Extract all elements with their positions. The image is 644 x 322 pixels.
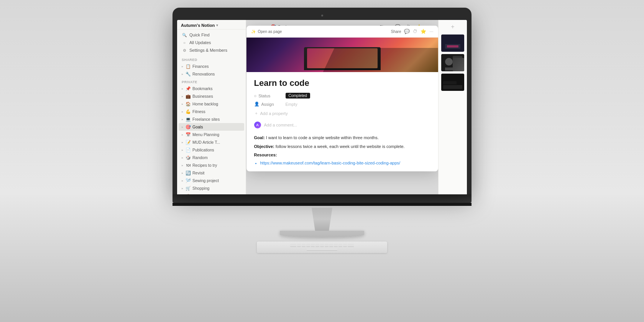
- arrow-icon: ▸: [182, 171, 183, 175]
- sidebar-item-random[interactable]: ▸ 🎲 Random: [179, 154, 244, 161]
- sidebar-item-publications[interactable]: ▸ 📄 Publications: [179, 146, 244, 154]
- key: [320, 244, 324, 247]
- status-icon: ○: [254, 94, 257, 98]
- finances-label: Finances: [192, 64, 209, 69]
- sidebar-item-sewing[interactable]: ▸ 🪡 Sewing project: [179, 177, 244, 184]
- bookmarks-label: Bookmarks: [192, 86, 213, 91]
- status-label: ○ Status: [254, 94, 281, 98]
- arrow-icon: ▸: [182, 72, 183, 76]
- menu-icon: 📅: [186, 132, 191, 137]
- assign-value[interactable]: Empty: [286, 102, 297, 107]
- all-updates-item[interactable]: ○ All Updates: [179, 39, 243, 46]
- sidebar-item-renovations[interactable]: ▸ 🔧 Renovations: [179, 70, 244, 78]
- settings-item[interactable]: ⚙ Settings & Members: [179, 46, 243, 54]
- popup-topbar-actions: Share 💬 ⏱ ⭐ ···: [391, 29, 434, 34]
- sidebar-item-revisit[interactable]: ▸ 🔄 Revisit: [179, 169, 244, 177]
- renovations-label: Renovations: [192, 72, 215, 76]
- thumbnail-1[interactable]: [441, 34, 464, 52]
- popup-more-icon[interactable]: ···: [429, 29, 433, 34]
- arrow-icon: ▸: [182, 133, 183, 136]
- settings-label: Settings & Members: [189, 48, 227, 53]
- camera-dot: [321, 15, 323, 16]
- keyboard: [257, 242, 387, 253]
- resource-link[interactable]: https://www.makeuseof.com/tag/learn-basi…: [260, 161, 401, 165]
- resources-label: Resources:: [254, 153, 277, 157]
- laptop-screen: [307, 48, 378, 68]
- sidebar-item-mud[interactable]: ▸ 📝 MUD Article T...: [179, 138, 244, 146]
- quick-find-label: Quick Find: [189, 33, 210, 37]
- svg-rect-8: [443, 85, 462, 89]
- arrow-icon: ▸: [182, 164, 183, 167]
- sidebar-actions: 🔍 Quick Find ○ All Updates ⚙ Settings & …: [177, 30, 246, 56]
- key: [311, 244, 315, 247]
- key: [302, 244, 306, 247]
- sidebar-item-work[interactable]: ▸ 💼 Work: [179, 192, 244, 194]
- arrow-icon: ▸: [182, 156, 183, 159]
- thumbnail-3[interactable]: [441, 74, 464, 91]
- status-badge[interactable]: Completed: [286, 93, 310, 99]
- arrow-icon: ▸: [182, 118, 183, 121]
- quick-find-item[interactable]: 🔍 Quick Find: [179, 31, 243, 39]
- publications-icon: 📄: [186, 147, 191, 153]
- all-updates-label: All Updates: [189, 40, 211, 45]
- imac-screen: Autumn's Notion 🔍 Quick Find ○ All Updat…: [177, 20, 467, 194]
- sidebar-item-home-backlog[interactable]: ▸ 🏠 Home backlog: [179, 100, 244, 108]
- arrow-icon: ▸: [182, 95, 183, 98]
- sewing-label: Sewing project: [192, 178, 219, 183]
- search-icon: 🔍: [182, 32, 187, 38]
- sidebar-item-recipes[interactable]: ▸ 🍽 Recipes to try: [179, 161, 244, 169]
- sidebar-item-finances[interactable]: ▸ 📋 Finances: [179, 62, 244, 70]
- resource-link-item: https://www.makeuseof.com/tag/learn-basi…: [260, 161, 430, 165]
- popup-comment-icon[interactable]: 💬: [404, 29, 410, 34]
- sidebar-item-menu-planning[interactable]: ▸ 📅 Menu Planning: [179, 131, 244, 138]
- popup-share-btn[interactable]: Share: [391, 30, 401, 34]
- shared-section-label: SHARED: [177, 56, 246, 62]
- settings-icon: ⚙: [182, 48, 187, 53]
- imac-bottom-edge: [172, 203, 472, 206]
- sidebar-item-fitness[interactable]: ▸ 💪 Fitness: [179, 108, 244, 115]
- sidebar-item-freelance[interactable]: ▸ 💻 Freelance sites: [179, 115, 244, 123]
- workspace-name[interactable]: Autumn's Notion: [181, 23, 242, 28]
- updates-icon: ○: [182, 40, 187, 45]
- arrow-icon: ▸: [182, 148, 183, 152]
- key: [338, 244, 342, 247]
- arrow-icon: ▸: [182, 125, 183, 129]
- random-label: Random: [192, 155, 208, 160]
- spacebar-key: [307, 248, 337, 251]
- popup-clock-icon[interactable]: ⏱: [413, 29, 417, 34]
- open-as-page-label[interactable]: Open as page: [258, 30, 282, 34]
- add-button[interactable]: +: [449, 23, 457, 31]
- sparkle-icon: ✨: [251, 30, 256, 34]
- assign-label: 👤 Assign: [254, 102, 281, 107]
- businesses-icon: 💼: [186, 94, 191, 99]
- mud-label: MUD Article T...: [192, 140, 220, 145]
- sidebar-item-goals[interactable]: ▸ 🎯 Goals: [179, 123, 244, 131]
- work-label: Work: [192, 194, 202, 194]
- popup-star-icon[interactable]: ⭐: [421, 29, 426, 34]
- sidebar-item-businesses[interactable]: ▸ 💼 Businesses: [179, 92, 244, 100]
- objective-description: follow lessons twice a week, each week u…: [276, 144, 405, 149]
- comment-row: A Add a comment...: [254, 120, 430, 130]
- sidebar-item-bookmarks[interactable]: ▸ 📌 Bookmarks: [179, 85, 244, 92]
- revisit-label: Revisit: [192, 171, 205, 175]
- right-panel: +: [438, 20, 467, 194]
- key: [329, 244, 333, 247]
- imac-wrapper: Autumn's Notion 🔍 Quick Find ○ All Updat…: [172, 8, 472, 253]
- fitness-icon: 💪: [186, 109, 191, 114]
- add-property-label: Add a property: [260, 111, 288, 116]
- private-section-label: PRIVATE: [177, 78, 246, 85]
- imac-top-bar: [177, 12, 467, 18]
- thumbnail-2[interactable]: [441, 54, 464, 71]
- sidebar: Autumn's Notion 🔍 Quick Find ○ All Updat…: [177, 20, 246, 194]
- resources-list: https://www.makeuseof.com/tag/learn-basi…: [254, 161, 430, 165]
- arrow-icon: ▸: [182, 194, 183, 195]
- arrow-icon: ▸: [182, 141, 183, 144]
- key: [297, 244, 301, 247]
- resources-content: Resources:: [254, 152, 430, 158]
- sidebar-item-shopping[interactable]: ▸ 🛒 Shopping: [179, 184, 244, 192]
- comment-placeholder[interactable]: Add a comment...: [264, 123, 297, 127]
- key: [348, 244, 354, 247]
- add-property-row[interactable]: ＋ Add a property: [254, 110, 430, 117]
- publications-label: Publications: [192, 148, 214, 152]
- key: [290, 244, 296, 247]
